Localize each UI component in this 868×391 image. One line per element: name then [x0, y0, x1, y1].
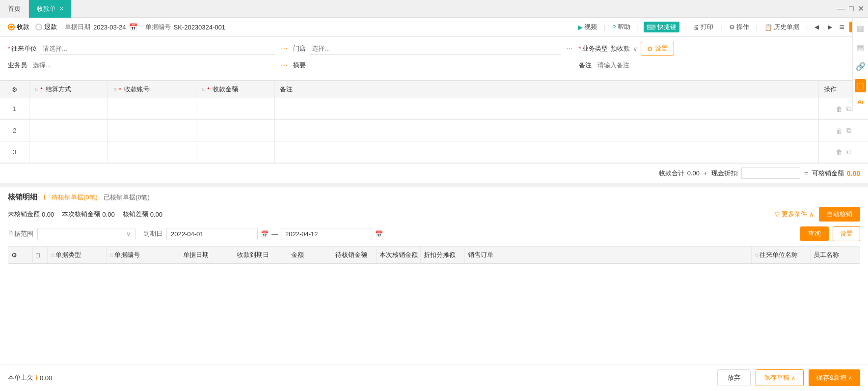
wo-th-amount: 金额 [288, 247, 332, 263]
shortcut-btn[interactable]: ⌨ 快捷键 [644, 22, 679, 32]
sidebar-table-icon[interactable]: ▦ [855, 22, 866, 35]
row-1-delete-icon[interactable]: 🗑 [836, 105, 842, 113]
date-to-input[interactable] [281, 228, 372, 240]
window-maximize-btn[interactable]: □ [849, 4, 854, 13]
done-tab-link[interactable]: 已核销单据(0笔) [104, 193, 150, 202]
th-gear[interactable]: ⚙ [0, 81, 29, 98]
row-1-amount[interactable] [196, 98, 275, 119]
wo-th-check[interactable]: □ [33, 247, 48, 263]
save-new-btn[interactable]: 保存&新增 ∧ [809, 369, 860, 386]
auto-writeoff-btn[interactable]: 自动核销 [819, 207, 860, 222]
summary-input[interactable] [309, 59, 574, 71]
row-2-copy-icon[interactable]: ⧉ [846, 126, 851, 135]
query-btn[interactable]: 查询 [800, 226, 829, 241]
equals-sign: = [804, 169, 808, 177]
range-dropdown-icon: ∨ [126, 230, 131, 238]
wo-th-pending: 待核销金额 [332, 247, 377, 263]
row-1-remark[interactable] [275, 98, 819, 119]
date-value[interactable]: 2023-03-24 [93, 24, 126, 31]
row-2-account[interactable] [108, 120, 196, 141]
video-icon: ▶ [578, 24, 583, 31]
number-value: SK-20230324-001 [174, 24, 226, 31]
payment-type-group: 收款 退款 [8, 23, 57, 31]
biz-type-dropdown-icon[interactable]: ∨ [633, 45, 638, 53]
radio-shou[interactable]: 收款 [8, 23, 29, 31]
wo-th-gear[interactable]: ⚙ [8, 247, 33, 263]
wo-th-date: 单据日期 [180, 247, 234, 263]
table-row: 3 🗑 ⧉ [0, 141, 868, 163]
save-draft-btn[interactable]: 保存草稿 ∧ [756, 369, 804, 386]
settings-btn[interactable]: ⚙ 设置 [641, 42, 674, 56]
biz-type-value: 预收款 [611, 44, 630, 53]
window-close-btn[interactable]: ✕ [858, 4, 864, 13]
radio-tui[interactable]: 退款 [35, 23, 57, 31]
form-area: *往来单位 ··· 门店 ··· *业务类型 预收款 ∨ ⚙ 设置 [0, 37, 868, 81]
wo-th-discount: 折扣分摊额 [421, 247, 465, 263]
print-btn[interactable]: 🖨 打印 [691, 22, 715, 32]
wo-th-partner: ⇅往来单位名称 [752, 247, 811, 263]
help-btn[interactable]: ? 帮助 [610, 22, 632, 32]
calendar-icon[interactable]: 📅 [129, 23, 137, 31]
discount-input[interactable] [741, 168, 800, 179]
diff-label: 核销差额 [123, 210, 148, 219]
gear-icon: ⚙ [647, 45, 653, 53]
row-3-settlement[interactable] [29, 141, 108, 163]
bottom-stat: 本单上欠 ℹ 0.00 [8, 373, 52, 382]
row-3-amount[interactable] [196, 141, 275, 163]
th-settlement: ⇅ * 结算方式 [29, 81, 108, 98]
row-2-settlement[interactable] [29, 120, 108, 141]
row-3-remark[interactable] [275, 141, 819, 163]
store-more-btn[interactable]: ··· [564, 44, 574, 53]
discount-label: 现金折扣: [711, 169, 739, 178]
date-from-input[interactable] [166, 228, 258, 240]
sidebar-expand-icon[interactable]: ⬚ [855, 79, 866, 92]
available-label: 可核销金额 [812, 169, 844, 178]
tab-active[interactable]: 收款单 × [29, 0, 72, 18]
staff-label: 业务员 [8, 61, 27, 70]
remark-input[interactable] [595, 59, 860, 71]
operation-btn[interactable]: ⚙ 操作 [727, 22, 751, 32]
sidebar-link-icon[interactable]: 🔗 [854, 60, 868, 73]
tab-home[interactable]: 首页 [0, 0, 29, 18]
video-btn[interactable]: ▶ 视频 [576, 22, 599, 32]
writeoff-title: 核销明细 [8, 193, 37, 202]
wo-settings-btn[interactable]: 设置 [833, 226, 860, 241]
biz-type-label: *业务类型 [579, 44, 608, 53]
window-minimize-btn[interactable]: — [837, 4, 845, 13]
bottom-stat-icon[interactable]: ℹ [35, 374, 38, 382]
partner-more-btn[interactable]: ··· [279, 44, 289, 53]
bottom-stat-label: 本单上欠 [8, 373, 33, 382]
row-1-copy-icon[interactable]: ⧉ [846, 105, 851, 113]
sidebar-list-icon[interactable]: ▤ [855, 41, 866, 54]
history-icon: 📋 [764, 24, 772, 31]
ai-label[interactable]: Ai [857, 98, 864, 106]
store-input[interactable] [309, 43, 561, 55]
row-3-account[interactable] [108, 141, 196, 163]
nav-prev-btn[interactable]: ◀ [813, 23, 821, 31]
abandon-btn[interactable]: 放弃 [717, 369, 751, 386]
staff-more-btn[interactable]: ··· [279, 61, 289, 70]
number-label: 单据编号 [145, 23, 171, 31]
menu-icon[interactable]: ≡ [839, 22, 844, 32]
calendar-to-icon[interactable]: 📅 [375, 230, 383, 238]
staff-input[interactable] [30, 59, 276, 71]
tab-close-icon[interactable]: × [60, 5, 63, 12]
more-filter-btn[interactable]: ▽ 更多条件 ∧ [775, 210, 814, 219]
writeoff-info-icon[interactable]: ℹ [43, 194, 46, 201]
range-select[interactable]: ∨ [37, 228, 136, 240]
row-3-copy-icon[interactable]: ⧉ [846, 148, 851, 156]
pending-tab-link[interactable]: 待核销单据(0笔) [52, 193, 98, 202]
th-account: ⇅ * 收款账号 [108, 81, 196, 98]
calendar-from-icon[interactable]: 📅 [261, 230, 269, 238]
history-btn[interactable]: 📋 历史单据 [762, 22, 801, 32]
row-2-amount[interactable] [196, 120, 275, 141]
row-3-delete-icon[interactable]: 🗑 [836, 148, 842, 156]
diff-value: 0.00 [150, 211, 163, 218]
partner-input[interactable] [40, 43, 276, 55]
chevron-up-icon: ∧ [809, 211, 814, 218]
nav-next-btn[interactable]: ▶ [826, 23, 834, 31]
row-2-remark[interactable] [275, 120, 819, 141]
row-2-delete-icon[interactable]: 🗑 [836, 127, 842, 135]
row-1-settlement[interactable] [29, 98, 108, 119]
row-1-account[interactable] [108, 98, 196, 119]
